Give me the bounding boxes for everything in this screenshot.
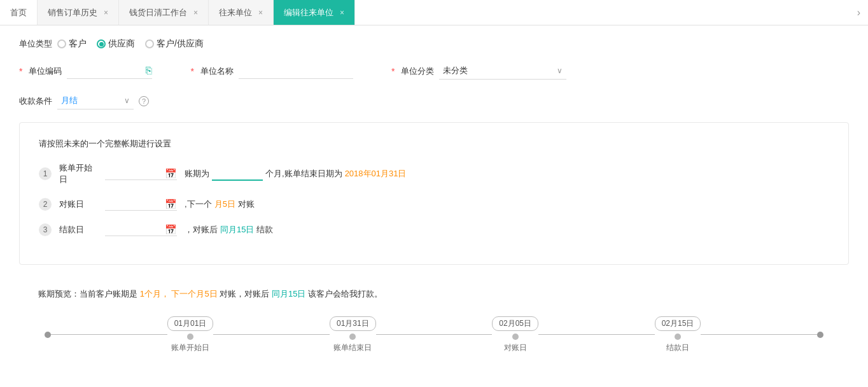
timeline-node-2: 01月31日 账单结束日 (330, 316, 376, 353)
row-num-1: 1 (39, 167, 52, 180)
preview-part3: 同月15日 (272, 289, 305, 299)
payment-calendar-icon[interactable]: 📅 (165, 224, 177, 236)
code-copy-icon[interactable]: ⎘ (146, 65, 152, 76)
timeline-node-2-sublabel: 账单结束日 (333, 342, 372, 353)
row-label-2: 对账日 (59, 199, 97, 210)
radio-customer-label: 客户 (69, 38, 87, 50)
preview-middle: 对账，对账后 (220, 289, 269, 299)
start-date-calendar-icon[interactable]: 📅 (165, 168, 177, 179)
category-dropdown[interactable]: 未分类 ∨ (439, 62, 566, 80)
tab-sales-history-close[interactable]: × (104, 8, 108, 17)
payment-date-highlight: 同月15日 (220, 224, 254, 236)
name-label: 单位名称 (200, 66, 234, 77)
timeline-seg-3 (376, 334, 493, 335)
period-end-date: 2018年01月31日 (345, 168, 407, 179)
row-label-3: 结款日 (59, 224, 97, 236)
start-date-wrap: 2018-01-01 📅 (105, 167, 177, 180)
timeline-seg-4 (538, 334, 655, 335)
timeline-node-2-label: 01月31日 (330, 316, 376, 331)
radio-both-circle (145, 39, 154, 48)
payment-dropdown[interactable]: 月结 ∨ (57, 92, 134, 109)
preview-part2: 下一个月5日 (171, 289, 217, 299)
payment-row: 收款条件 月结 ∨ ? (19, 92, 849, 109)
tab-sales-history[interactable]: 销售订单历史 × (38, 0, 119, 25)
setting-row-1: 1 账单开始日 2018-01-01 📅 账期为 1 个月,账单结束日期为 20… (39, 162, 829, 185)
category-field: * 单位分类 未分类 ∨ (391, 62, 566, 80)
tab-edit-partner-close[interactable]: × (340, 8, 344, 17)
payment-arrow-icon: ∨ (124, 96, 130, 105)
period-input[interactable]: 1 (212, 167, 263, 181)
main-content: 单位类型 客户 供应商 客户/供应商 * 单位编码 (0, 25, 868, 387)
timeline-start-dot (45, 332, 51, 338)
timeline-seg-5 (701, 334, 817, 335)
name-required: * (190, 66, 193, 76)
tab-partner-unit-close[interactable]: × (258, 8, 263, 17)
setting-row-2: 2 对账日 2018-02-05 📅 ,下一个 月5日 对账 (39, 198, 829, 211)
payment-help-icon[interactable]: ? (139, 96, 149, 106)
timeline-seg-1 (51, 334, 167, 335)
tab-edit-partner-label: 编辑往来单位 (284, 7, 333, 18)
tab-more-arrow[interactable]: › (850, 0, 868, 25)
tab-cash-ledger-label: 钱货日清工作台 (129, 7, 187, 18)
tab-partner-unit[interactable]: 往来单位 × (209, 0, 274, 25)
payment-label: 收款条件 (19, 95, 52, 107)
reconcile-highlight: 月5日 (214, 199, 235, 210)
setting-row-3: 3 结款日 2018-02-15 📅 ，对账后 同月15日 结款 (39, 223, 829, 236)
reconcile-calendar-icon[interactable]: 📅 (165, 199, 177, 210)
settings-card: 请按照未来的一个完整帐期进行设置 1 账单开始日 2018-01-01 📅 账期… (19, 122, 849, 265)
reconcile-prefix: ,下一个 (185, 199, 212, 210)
timeline-node-2-dot (349, 334, 356, 340)
tab-cash-ledger[interactable]: 钱货日清工作台 × (119, 0, 209, 25)
payment-date-prefix: ，对账后 (185, 224, 218, 236)
code-input-wrap: 000001 ⎘ (67, 64, 152, 79)
name-input[interactable]: 河南供应商22 (239, 64, 353, 79)
timeline-node-4-dot (675, 334, 681, 340)
period-prefix: 账期为 (185, 168, 209, 179)
preview-prefix: 账期预览：当前客户账期是 (38, 289, 137, 299)
category-required: * (391, 66, 395, 76)
tab-edit-partner[interactable]: 编辑往来单位 × (274, 0, 355, 25)
payment-date-suffix: 结款 (256, 224, 273, 236)
radio-customer[interactable]: 客户 (57, 38, 87, 50)
row-desc-2: ,下一个 月5日 对账 (185, 199, 255, 210)
radio-supplier-circle (97, 39, 106, 48)
row-label-1: 账单开始日 (59, 162, 97, 185)
timeline-end-dot (817, 332, 823, 338)
radio-customer-circle (57, 39, 66, 48)
timeline-node-1: 01月01日 账单开始日 (167, 316, 214, 353)
timeline-seg-2 (213, 334, 330, 335)
radio-both[interactable]: 客户/供应商 (145, 38, 204, 50)
unit-type-field: 单位类型 客户 供应商 客户/供应商 (19, 38, 204, 50)
timeline-node-4-label: 02月15日 (655, 316, 701, 331)
payment-field: 收款条件 月结 ∨ ? (19, 92, 149, 109)
info-row: * 单位编码 000001 ⎘ * 单位名称 河南供应商22 * 单位分类 未分… (19, 62, 849, 80)
row-num-3: 3 (39, 223, 52, 236)
category-arrow-icon: ∨ (557, 66, 563, 75)
start-date-input[interactable]: 2018-01-01 (105, 167, 162, 179)
card-title: 请按照未来的一个完整帐期进行设置 (39, 138, 829, 150)
reconcile-date-input[interactable]: 2018-02-05 (105, 198, 162, 210)
tab-cash-ledger-close[interactable]: × (193, 8, 198, 17)
radio-both-label: 客户/供应商 (157, 38, 204, 50)
tab-sales-history-label: 销售订单历史 (48, 7, 97, 18)
tab-home[interactable]: 首页 (0, 0, 38, 25)
timeline-node-3-dot (512, 334, 519, 340)
timeline-node-3-label: 02月05日 (492, 316, 538, 331)
preview-suffix: 该客户会给我打款。 (308, 289, 382, 299)
timeline-node-3-sublabel: 对账日 (504, 342, 527, 353)
category-value: 未分类 (443, 65, 554, 76)
code-required: * (19, 66, 22, 76)
timeline-node-1-sublabel: 账单开始日 (171, 342, 209, 353)
row-desc-1: 账期为 1 个月,账单结束日期为 2018年01月31日 (185, 167, 406, 181)
name-field: * 单位名称 河南供应商22 (190, 64, 353, 79)
radio-group: 客户 供应商 客户/供应商 (57, 38, 204, 50)
payment-date-input[interactable]: 2018-02-15 (105, 223, 162, 236)
preview-part1: 1个月， (140, 289, 169, 299)
timeline-node-4: 02月15日 结款日 (655, 316, 701, 353)
payment-date-wrap: 2018-02-15 📅 (105, 223, 177, 236)
code-input[interactable]: 000001 (67, 64, 143, 78)
radio-supplier[interactable]: 供应商 (97, 38, 135, 50)
unit-type-row: 单位类型 客户 供应商 客户/供应商 (19, 38, 849, 50)
tab-bar: 首页 销售订单历史 × 钱货日清工作台 × 往来单位 × 编辑往来单位 × › (0, 0, 868, 25)
period-suffix: 个月,账单结束日期为 (265, 168, 342, 179)
